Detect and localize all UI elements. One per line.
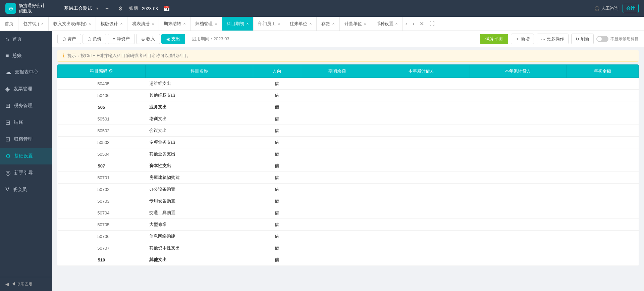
support-button[interactable]: 🎧 人工咨询	[594, 5, 619, 11]
cell-period-balance	[301, 242, 373, 254]
sidebar-item-archive[interactable]: ⊡ 归档管理	[0, 131, 52, 148]
table-wrapper[interactable]: 科目编码 ⚙ 科目名称 方向 期初余额 本年累计借方 本年累计贷方 年初余额 5…	[52, 64, 644, 291]
filter-tab-liabilities[interactable]: ⬡ 负债	[83, 34, 106, 44]
cell-name: 其他维权支出	[145, 90, 253, 101]
period-value[interactable]: 2023-03	[142, 6, 158, 11]
toggle-disabled-switch[interactable]: 不显示禁用科目	[596, 36, 639, 42]
tab-home[interactable]: 首页	[0, 17, 18, 31]
table-row[interactable]: 50701房屋建筑物购建借	[58, 172, 639, 184]
income-icon: ⊕	[141, 37, 145, 42]
tab-next-button[interactable]: ›	[410, 17, 417, 31]
balance-button[interactable]: 试算平衡	[480, 34, 508, 44]
table-row[interactable]: 50503专项业务支出借	[58, 137, 639, 148]
table-row[interactable]: 50703专用设备购置借	[58, 195, 639, 207]
cell-period-balance	[301, 160, 373, 172]
tab-close-all-button[interactable]: ✕	[417, 17, 427, 31]
table-row[interactable]: 50502会议支出借	[58, 125, 639, 137]
tab-template[interactable]: 模版设计 ×	[96, 17, 127, 31]
col-settings-icon[interactable]: ⚙	[109, 68, 113, 74]
tab-dept-close[interactable]: ×	[278, 21, 280, 26]
filter-tab-net-assets[interactable]: ≡ 净资产	[108, 34, 135, 44]
table-row[interactable]: 50702办公设备购置借	[58, 184, 639, 195]
table-row[interactable]: 50405运维维支出借	[58, 78, 639, 90]
tab-measure-close[interactable]: ×	[364, 21, 366, 26]
add-button[interactable]: ＋ 新增	[511, 34, 534, 44]
sidebar-item-member[interactable]: V 畅会员	[0, 181, 52, 198]
tab-archive[interactable]: 归档管理 ×	[191, 17, 222, 31]
tab-tax-close[interactable]: ×	[152, 21, 154, 26]
tab-income[interactable]: 收入支出表(年报) ×	[49, 17, 96, 31]
tab-mid[interactable]: 乜(中期) ×	[18, 17, 49, 31]
cell-direction: 借	[253, 219, 301, 231]
company-dropdown-icon[interactable]: ▾	[96, 6, 98, 11]
cell-direction: 借	[253, 137, 301, 148]
more-actions-button[interactable]: ⋯ 更多操作	[537, 34, 569, 44]
table-row[interactable]: 50705大型修缮借	[58, 219, 639, 231]
tab-expand-button[interactable]: ⛶	[427, 17, 437, 31]
tab-income-close[interactable]: ×	[89, 21, 91, 26]
cell-code: 50702	[58, 184, 146, 195]
table-row[interactable]: 510其他支出借	[58, 254, 639, 266]
tab-mid-close[interactable]: ×	[41, 21, 44, 26]
table-row[interactable]: 50704交通工具购置借	[58, 207, 639, 219]
table-row[interactable]: 50501培训支出借	[58, 113, 639, 125]
tab-archive-close[interactable]: ×	[215, 21, 217, 26]
col-code: 科目编码 ⚙	[58, 65, 146, 78]
switch-track[interactable]	[596, 36, 608, 42]
sidebar-item-beginner[interactable]: ◎ 新手引导	[0, 164, 52, 181]
cell-name: 专项业务支出	[145, 137, 253, 148]
tab-inventory[interactable]: 存货 ×	[317, 17, 339, 31]
tab-dept[interactable]: 部门员工 ×	[254, 17, 285, 31]
add-tab-button[interactable]: ＋	[102, 4, 112, 13]
tab-contacts[interactable]: 往来单位 ×	[285, 17, 317, 31]
sidebar-item-close[interactable]: ⊟ 结账	[0, 114, 52, 131]
cell-period-balance	[301, 137, 373, 148]
tab-subject-init[interactable]: 科目期初 ×	[222, 17, 254, 31]
cell-ytd-debit	[373, 137, 470, 148]
cell-year-begin	[566, 207, 638, 219]
sidebar-item-invoice[interactable]: ◈ 发票管理	[0, 81, 52, 97]
tab-tax[interactable]: 税表清册 ×	[127, 17, 159, 31]
cell-code: 510	[58, 254, 146, 266]
cell-ytd-credit	[470, 125, 566, 137]
table-row[interactable]: 507资本性支出借	[58, 160, 639, 172]
tab-subject-init-close[interactable]: ×	[246, 21, 249, 26]
sidebar-item-basic-settings[interactable]: ⚙ 基础设置	[0, 148, 52, 164]
cell-name: 其他支出	[145, 254, 253, 266]
col-year-begin: 年初余额	[566, 65, 638, 78]
sidebar-item-home[interactable]: ⌂ 首页	[0, 31, 52, 47]
refresh-button[interactable]: ↻ 刷新	[571, 34, 594, 44]
cell-year-begin	[566, 137, 638, 148]
tab-period-end-close[interactable]: ×	[183, 21, 185, 26]
account-type-button[interactable]: 会计	[623, 4, 639, 13]
table-row[interactable]: 505业务支出借	[58, 101, 639, 113]
settings-icon[interactable]: ⚙	[116, 4, 125, 13]
tab-currency-close[interactable]: ×	[395, 21, 398, 26]
tab-currency[interactable]: 币种设置 ×	[371, 17, 403, 31]
cell-name: 培训支出	[145, 113, 253, 125]
sidebar-item-tax[interactable]: ⊞ 税务管理	[0, 97, 52, 114]
filter-tab-income[interactable]: ⊕ 收入	[136, 34, 160, 44]
tab-contacts-close[interactable]: ×	[309, 21, 312, 26]
table-row[interactable]: 50706信息网络购建借	[58, 231, 639, 242]
cell-ytd-debit	[373, 195, 470, 207]
tab-template-close[interactable]: ×	[120, 21, 122, 26]
cell-year-begin	[566, 90, 638, 101]
sidebar-item-ledger[interactable]: ≡ 总账	[0, 47, 52, 64]
table-row[interactable]: 50707其他资本性支出借	[58, 242, 639, 254]
filter-tab-assets[interactable]: ⬡ 资产	[57, 34, 81, 44]
calendar-icon[interactable]: 📅	[162, 4, 171, 13]
sidebar-collapse-button[interactable]: ◀ ◀ 取消固定	[0, 277, 52, 291]
tab-inventory-close[interactable]: ×	[332, 21, 334, 26]
sidebar-label-beginner: 新手引导	[14, 170, 33, 176]
more-icon: ⋯	[541, 37, 545, 42]
sidebar-item-cloud-reports[interactable]: ☁ 云报表中心	[0, 64, 52, 81]
tab-measure[interactable]: 计量单位 ×	[340, 17, 371, 31]
tab-period-end[interactable]: 期末结转 ×	[159, 17, 191, 31]
tab-prev-button[interactable]: ‹	[403, 17, 410, 31]
table-row[interactable]: 50406其他维权支出借	[58, 90, 639, 101]
cell-direction: 借	[253, 254, 301, 266]
filter-tab-expense[interactable]: ◉ 支出	[161, 34, 185, 44]
table-row[interactable]: 50504其他业务支出借	[58, 148, 639, 160]
company-name[interactable]: 基层工会测试	[64, 5, 92, 11]
